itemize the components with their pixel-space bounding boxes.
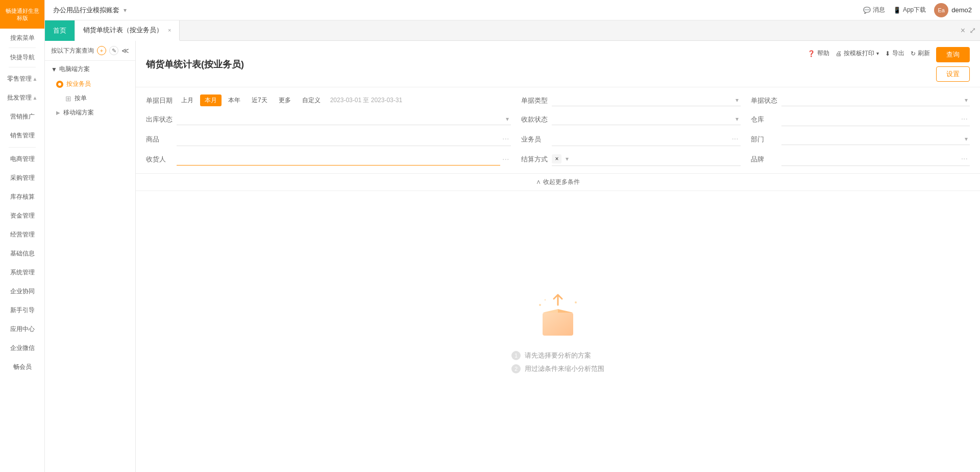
topbar-messages[interactable]: 💬 消息 xyxy=(863,6,885,14)
consignee-dots-icon[interactable]: ··· xyxy=(500,155,511,164)
help-icon: ❓ xyxy=(807,50,815,57)
tab-actions: × ⤢ xyxy=(961,26,980,35)
out-status-label: 出库状态 xyxy=(146,115,177,124)
sidebar-item-enterprise[interactable]: 企业协同 xyxy=(0,282,44,301)
mobile-arrow-icon: ▶ xyxy=(56,110,60,115)
goods-dots-icon[interactable]: ··· xyxy=(500,134,511,144)
sidebar-search-label: 搜索菜单 xyxy=(0,34,44,42)
doc-type-select[interactable]: ▾ xyxy=(552,95,740,106)
date-this-year[interactable]: 本年 xyxy=(224,95,245,106)
topbar-left: 办公用品行业模拟账套 ▾ xyxy=(53,6,127,15)
filter-add-icon[interactable]: + xyxy=(97,46,106,55)
salesperson-select[interactable]: ··· xyxy=(552,132,740,146)
scheme-label: ▼ 电脑端方案 xyxy=(51,65,129,74)
sidebar-item-ecommerce[interactable]: 电商管理 xyxy=(0,150,44,169)
sidebar-item-finance[interactable]: 资金管理 xyxy=(0,206,44,225)
sidebar-item-appcenter[interactable]: 应用中心 xyxy=(0,320,44,339)
print-action[interactable]: 🖨 按模板打印 ▾ xyxy=(836,49,879,58)
sidebar-item-wholesale[interactable]: 批发管理▲ xyxy=(0,88,44,107)
sidebar-item-sales[interactable]: 销售管理 xyxy=(0,126,44,145)
sidebar-item-member[interactable]: 畅会员 xyxy=(0,358,44,376)
filter-row-3: 商品 ··· 业务员 ··· xyxy=(146,132,970,146)
out-status-select[interactable]: ▾ xyxy=(177,113,511,125)
print-icon: 🖨 xyxy=(836,50,842,57)
date-last-month[interactable]: 上月 xyxy=(177,95,198,106)
tip-num-1: 1 xyxy=(511,351,521,360)
tab-close-icon[interactable]: × xyxy=(168,27,171,33)
receipt-status-select[interactable]: ▾ xyxy=(552,113,740,125)
sidebar-item-newuser[interactable]: 新手引导 xyxy=(0,301,44,320)
topbar-user[interactable]: Ea demo2 xyxy=(934,3,972,17)
tab-close-window-icon[interactable]: × xyxy=(961,26,965,35)
filter-panel: 按以下方案查询 + ✎ ≪ ▼ 电脑端方案 按业务员 xyxy=(45,41,136,472)
sidebar-item-system[interactable]: 系统管理 xyxy=(0,263,44,282)
date-7days[interactable]: 近7天 xyxy=(247,95,272,106)
doc-type-label: 单据类型 xyxy=(521,96,552,105)
refresh-icon: ↻ xyxy=(911,50,916,57)
payment-arrow-icon: ▾ xyxy=(564,155,571,162)
date-custom[interactable]: 自定义 xyxy=(298,95,325,106)
warehouse-select[interactable]: ··· xyxy=(781,112,970,126)
tip-num-2: 2 xyxy=(511,364,521,373)
main-content: 销货单统计表(按业务员) ❓ 帮助 🖨 按模板打印 ▾ ⬇ xyxy=(136,41,980,472)
doc-status-select[interactable]: ▾ xyxy=(781,95,970,106)
sidebar-quicknav-section[interactable]: 快捷导航 xyxy=(0,50,44,65)
consignee-label: 收货人 xyxy=(146,155,177,164)
tab-salereport[interactable]: 销货单统计表（按业务员） × xyxy=(75,20,180,41)
svg-point-2 xyxy=(539,304,541,306)
topbar-dropdown-icon[interactable]: ▾ xyxy=(124,7,127,14)
mobile-scheme-item[interactable]: ▶ 移动端方案 xyxy=(51,105,129,120)
filter-warehouse: 仓库 ··· xyxy=(751,112,970,126)
goods-label: 商品 xyxy=(146,135,177,144)
sidebar-item-operations[interactable]: 经营管理 xyxy=(0,225,44,244)
salesperson-label: 业务员 xyxy=(521,135,552,144)
export-label: 导出 xyxy=(892,49,904,58)
brand-dots-icon[interactable]: ··· xyxy=(959,154,970,163)
export-action[interactable]: ⬇ 导出 xyxy=(885,49,904,58)
filter-collapse-icon[interactable]: ≪ xyxy=(121,46,129,55)
sidebar-item-purchase[interactable]: 采购管理 xyxy=(0,169,44,187)
department-arrow-icon: ▾ xyxy=(963,135,970,143)
date-more[interactable]: 更多 xyxy=(274,95,296,106)
filter-edit-icon[interactable]: ✎ xyxy=(109,46,118,55)
filter-panel-header: 按以下方案查询 + ✎ ≪ xyxy=(45,41,135,61)
goods-select[interactable]: ··· xyxy=(177,132,511,146)
sidebar-item-retail[interactable]: 零售管理▲ xyxy=(0,69,44,88)
sidebar-item-inventory[interactable]: 库存核算 xyxy=(0,187,44,206)
payment-select[interactable]: × ▾ xyxy=(552,152,740,166)
topbar-app-download[interactable]: 📱 App下载 xyxy=(893,6,926,14)
warehouse-label: 仓库 xyxy=(751,115,781,124)
payment-label: 结算方式 xyxy=(521,155,552,164)
set-button[interactable]: 设置 xyxy=(936,66,970,82)
date-this-month[interactable]: 本月 xyxy=(200,95,222,106)
svg-point-3 xyxy=(575,301,577,303)
sidebar-item-basic[interactable]: 基础信息 xyxy=(0,244,44,263)
scheme-sub-item-order[interactable]: ⊞ 按单 xyxy=(60,91,129,105)
refresh-action[interactable]: ↻ 刷新 xyxy=(911,49,930,58)
scheme-item-salesperson[interactable]: 按业务员 xyxy=(51,77,129,91)
date-range-text: 2023-03-01 至 2023-03-31 xyxy=(330,96,402,105)
sidebar-item-marketing[interactable]: 营销推广 xyxy=(0,107,44,126)
collapse-more-text: ∧ 收起更多条件 xyxy=(536,178,579,185)
help-action[interactable]: ❓ 帮助 xyxy=(807,49,829,58)
sidebar-logo: 畅捷通好生意 标版 xyxy=(0,0,45,29)
sidebar-item-wechat[interactable]: 企业微信 xyxy=(0,339,44,358)
username: demo2 xyxy=(951,6,972,14)
query-button[interactable]: 查询 xyxy=(936,47,970,62)
filter-doc-status: 单据状态 ▾ xyxy=(751,95,970,106)
warehouse-dots-icon[interactable]: ··· xyxy=(959,114,970,124)
filter-receipt-status: 收款状态 ▾ xyxy=(521,113,740,125)
sidebar-search-section[interactable]: 搜索菜单 xyxy=(0,29,44,45)
refresh-label: 刷新 xyxy=(918,49,930,58)
consignee-input[interactable] xyxy=(177,153,500,166)
collapse-more-btn[interactable]: ∧ 收起更多条件 xyxy=(136,174,980,191)
tab-home[interactable]: 首页 xyxy=(45,20,75,41)
doc-type-arrow-icon: ▾ xyxy=(733,97,741,104)
brand-select[interactable]: ··· xyxy=(781,152,970,166)
tab-expand-icon[interactable]: ⤢ xyxy=(969,26,976,35)
salesperson-dots-icon[interactable]: ··· xyxy=(729,134,740,144)
payment-tag: × xyxy=(552,154,561,163)
payment-tag-close[interactable]: × xyxy=(555,155,558,162)
sidebar: 畅捷通好生意 标版 搜索菜单 快捷导航 零售管理▲ 批发管理▲ 营销推广 销售管… xyxy=(0,0,45,472)
department-select[interactable]: ▾ xyxy=(781,133,970,145)
